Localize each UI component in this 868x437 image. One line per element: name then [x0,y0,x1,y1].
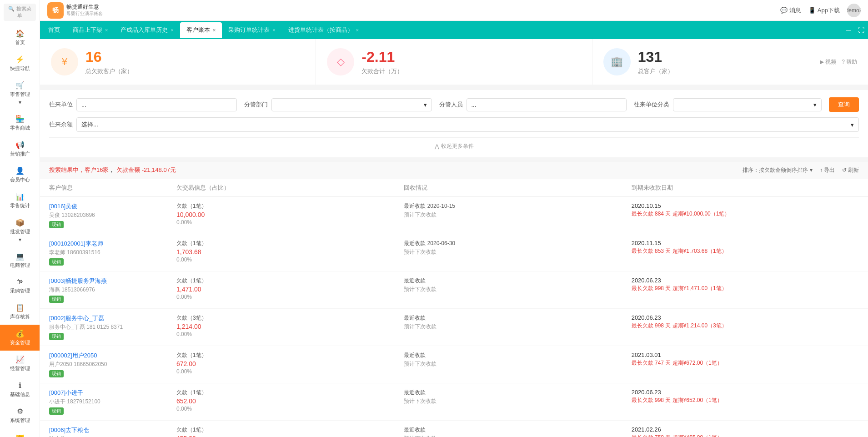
user-avatar[interactable]: demo2 [847,4,861,17]
batch-mgmt-label: 批发管理 [10,228,30,235]
purchase-label: 采购管理 [10,287,30,294]
stat-icon-2: ◇ [327,48,354,75]
sidebar-item-finance[interactable]: 💰 资金管理 [0,325,40,351]
overdue-link[interactable]: 超期¥1,703.68（1笔） [672,248,727,254]
tabs-minimize-btn[interactable]: ─ [844,25,853,35]
filter-row-1: 往来单位 ... 分管部门 ▾ 分管人员 [49,97,859,112]
sidebar-item-marketing[interactable]: 📢 营销推广 [0,136,40,162]
unit-category-select[interactable]: ▾ [673,98,822,111]
tab-customer-account[interactable]: 客户账本 × [180,22,222,38]
stat-label-1: 总欠款客户（家） [85,67,133,75]
sidebar-item-corp-coop[interactable]: 🤝 企业协同 [0,428,40,437]
sidebar-item-stock-check[interactable]: 📋 库存核算 [0,299,40,325]
tab-close-import-stat[interactable]: × [356,27,359,33]
refresh-btn[interactable]: ↺ 刷新 [842,166,859,174]
debt-amount[interactable]: 1,214.00 [176,323,404,330]
customer-name[interactable]: [0007]小进干 [49,389,176,397]
overdue-link[interactable]: 超期¥455.90（1笔） [672,434,722,437]
debt-amount[interactable]: 455.90 [176,435,404,437]
help-btn[interactable]: ? 帮助 [842,58,857,66]
tab-purchase-order[interactable]: 采购订单统计表 × [222,22,281,38]
manager-input[interactable]: ... [467,98,627,111]
sidebar-item-sys-mgmt[interactable]: ⚙ 系统管理 [0,402,40,428]
filter-label-3: 分管人员 [439,100,463,109]
debt-amount[interactable]: 1,471.00 [176,286,404,293]
tab-close-product-history[interactable]: × [171,27,173,33]
customer-name[interactable]: [0001020001]李老师 [49,240,176,248]
batch-mgmt-icon: 📦 [15,218,25,227]
sidebar-item-batch-mgmt[interactable]: 📦 批发管理 ▾ [0,214,40,247]
recovery-date: 最近收款 2020-10-15 [404,202,631,210]
debt-amount[interactable]: 10,000.00 [176,211,404,218]
balance-select[interactable]: 选择... ▾ [76,117,859,132]
sidebar-item-quick-nav[interactable]: ⚡ 快捷导航 [0,50,40,76]
results-summary: 搜索结果中，客户16家 [49,166,109,173]
results-actions: 排序：按欠款金额倒序排序 ▾ ↑ 导出 ↺ 刷新 [743,166,859,174]
debt-info-cell: 欠款（1笔） 1,471.00 0.00% [176,277,404,300]
overdue-link[interactable]: 超期¥1,471.00（1笔） [672,285,727,291]
overdue-link[interactable]: 超期¥652.00（1笔） [672,397,722,403]
quick-nav-label: 快捷导航 [10,65,30,72]
dept-select[interactable]: ▾ [271,98,432,111]
overdue-link[interactable]: 超期¥1,214.00（3笔） [672,322,727,329]
overdue-link[interactable]: 超期¥672.00（1笔） [672,360,722,366]
ecommerce-label: 电商管理 [10,262,30,269]
sort-label: 排序：按欠款金额倒序排序 [743,166,808,174]
retail-mgmt-label: 零售管理 [10,91,30,98]
collapse-btn[interactable]: ⋀ 收起更多条件 [49,142,859,150]
customer-name[interactable]: [000002]用户2050 [49,352,176,360]
debt-count: 欠款（3笔） [176,314,404,322]
tab-product-shelf[interactable]: 商品上下架 × [66,22,114,38]
recovery-cell: 最近收款 预计下次收款 [404,277,631,293]
stat-number-2: -2.11 [361,48,403,65]
export-btn[interactable]: ↑ 导出 [820,166,835,174]
tab-product-history[interactable]: 产成品入库单历史 × [114,22,180,38]
tab-import-stat[interactable]: 进货单统计表（按商品） × [282,22,365,38]
tab-label-product-history: 产成品入库单历史 [120,26,168,34]
due-overdue: 最长欠款 747 天 超期¥672.00（1笔） [632,359,859,367]
search-button[interactable]: 查询 [829,97,859,112]
tabs-maximize-btn[interactable]: ⛶ [856,25,866,35]
debt-amount[interactable]: 652.00 [176,397,404,405]
sidebar-item-home[interactable]: 🏠 首页 [0,25,40,50]
table-row: [0001020001]李老师 李老师 18600391516 现销 欠款（1笔… [40,234,868,271]
customer-info-cell: [000002]用户2050 用户2050 18665062050 现销 [49,352,176,377]
filter-group-5: 往来余额 选择... ▾ [49,117,859,132]
customer-name[interactable]: [0006]去下粮仓 [49,426,176,434]
table-row: [000002]用户2050 用户2050 18665062050 现销 欠款（… [40,346,868,383]
sidebar-item-purchase[interactable]: 🛍 采购管理 [0,273,40,299]
customer-unit-input[interactable]: ... [76,98,237,111]
table-header: 客户信息欠交易信息（占比）回收情况到期未收款日期 [40,179,868,197]
overdue-link[interactable]: 超期¥10,000.00（1笔） [672,211,730,217]
due-overdue: 最长欠款 884 天 超期¥10,000.00（1笔） [632,210,859,218]
customer-phone: 海燕 18513066976 [49,286,176,294]
sidebar-item-retail-mgmt[interactable]: 🛒 零售管理 ▾ [0,76,40,110]
sidebar-item-biz-mgmt[interactable]: 📈 经营管理 [0,351,40,377]
debt-count: 欠款（1笔） [176,277,404,285]
app-icon: 📱 [808,7,816,14]
app-download-btn[interactable]: 📱 App下载 [808,6,840,15]
sidebar-item-member[interactable]: 👤 会员中心 [0,162,40,188]
debt-amount[interactable]: 672.00 [176,360,404,367]
sidebar-item-ecommerce[interactable]: 💻 电商管理 [0,247,40,273]
sidebar-search-box[interactable]: 🔍 搜索菜单 [4,4,36,21]
message-btn[interactable]: 💬 消息 [780,6,801,15]
video-btn[interactable]: ▶ 视频 [820,58,836,66]
tab-close-purchase-order[interactable]: × [272,27,275,33]
sidebar-search-area: 🔍 搜索菜单 [0,0,40,25]
due-date: 2020.11.15 [632,240,859,246]
customer-name[interactable]: [0016]吴俊 [49,202,176,211]
sidebar-item-basic-info[interactable]: ℹ 基础信息 [0,377,40,402]
customer-name[interactable]: [0003]畅捷服务尹海燕 [49,277,176,285]
tab-close-customer-account[interactable]: × [213,27,216,33]
tab-close-product-shelf[interactable]: × [105,27,108,33]
debt-amount[interactable]: 1,703.68 [176,248,404,256]
sidebar-item-retail-mall[interactable]: 🏪 零售商城 [0,110,40,136]
tab-home[interactable]: 首页 [42,22,66,38]
customer-name[interactable]: [0002]服务中心_丁磊 [49,314,176,322]
tab-label-import-stat: 进货单统计表（按商品） [288,26,353,34]
due-date-cell: 2021.02.26 最长欠款 750 天 超期¥455.90（1笔） [632,426,859,437]
biz-mgmt-label: 经营管理 [10,365,30,372]
sidebar-item-retail-stat[interactable]: 📊 零售统计 [0,188,40,214]
sort-btn[interactable]: 排序：按欠款金额倒序排序 ▾ [743,166,813,174]
